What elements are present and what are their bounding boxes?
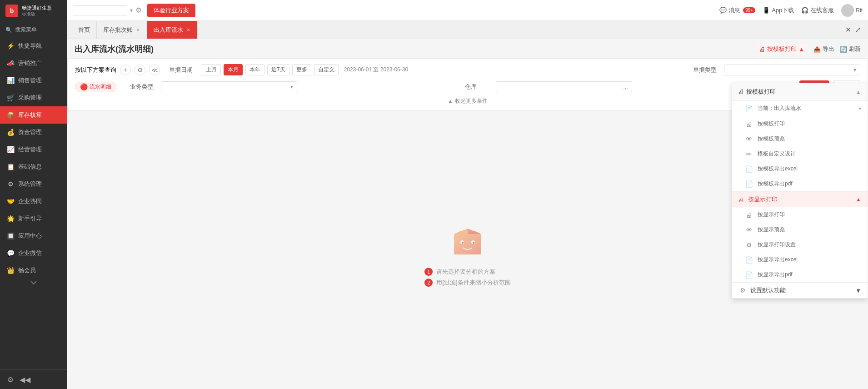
sidebar-item-enterprise-coop[interactable]: 🤝 企业协同 bbox=[0, 193, 67, 210]
template-preview-item[interactable]: 👁 按模板预览 bbox=[732, 131, 868, 146]
industry-btn[interactable]: 体验行业方案 bbox=[147, 4, 195, 17]
set-default-arrow: ▼ bbox=[855, 287, 861, 294]
panel-chevron-icon[interactable]: ▲ bbox=[855, 89, 861, 95]
current-template[interactable]: 📄 当前：出入库流水 ▾ bbox=[732, 101, 868, 116]
sidebar-scroll-down[interactable] bbox=[0, 279, 67, 286]
template-print-item[interactable]: 🖨 按模板打印 bbox=[732, 116, 868, 131]
current-template-label: 当前：出入库流水 bbox=[758, 105, 801, 112]
user-avatar-area[interactable]: Rit bbox=[841, 4, 863, 17]
date-btn-more[interactable]: 更多 bbox=[292, 64, 311, 75]
sidebar-item-operations[interactable]: 📈 经营管理 bbox=[0, 141, 67, 158]
empty-step-1: 1 请先选择要分析的方案 bbox=[424, 268, 510, 276]
tab-home-label: 首页 bbox=[78, 26, 90, 34]
refresh-label: 刷新 bbox=[849, 45, 861, 53]
current-template-icon: 📄 bbox=[745, 105, 753, 112]
empty-steps: 1 请先选择要分析的方案 2 用[过滤]条件来缩小分析范围 bbox=[424, 268, 510, 287]
display-print-settings-label: 按显示打印设置 bbox=[758, 241, 796, 249]
template-excel-label: 按模板导出excel bbox=[758, 165, 798, 173]
search-icon: 🔍 bbox=[5, 27, 12, 33]
sidebar-search[interactable]: 🔍 搜索菜单 bbox=[0, 22, 67, 37]
display-excel-item[interactable]: 📄 按显示导出excel bbox=[732, 252, 868, 267]
online-service-btn[interactable]: 🎧 在线客服 bbox=[801, 6, 834, 15]
sidebar-item-marketing[interactable]: 📣 营销推广 bbox=[0, 55, 67, 72]
sidebar-item-label: 库存核算 bbox=[18, 111, 42, 119]
warehouse-label: 仓库 bbox=[465, 83, 492, 91]
operations-icon: 📈 bbox=[6, 146, 15, 153]
settings-icon[interactable]: ⚙ bbox=[5, 374, 15, 384]
tab-inventory-batch-close[interactable]: × bbox=[135, 27, 140, 33]
sidebar-item-membership[interactable]: 👑 畅会员 bbox=[0, 262, 67, 279]
template-custom-item[interactable]: ✏ 模板自定义设计 bbox=[732, 146, 868, 161]
messages-btn[interactable]: 💬 消息 99+ bbox=[719, 6, 755, 15]
collapse-icon[interactable]: ◀◀ bbox=[20, 374, 30, 384]
finance-icon: 💰 bbox=[6, 129, 15, 136]
sidebar-item-system[interactable]: ⚙ 系统管理 bbox=[0, 175, 67, 193]
date-range-text: 2023-06-01 至 2023-06-30 bbox=[344, 66, 408, 74]
online-service-icon: 🎧 bbox=[801, 7, 808, 14]
template-excel-item[interactable]: 📄 按模板导出excel bbox=[732, 161, 868, 176]
sidebar-item-inventory[interactable]: 📦 库存核算 bbox=[0, 106, 67, 124]
refresh-btn[interactable]: 🔄 刷新 bbox=[840, 45, 861, 53]
message-badge: 99+ bbox=[743, 7, 755, 13]
sidebar-nav: ⚡ 快捷导航 📣 营销推广 📊 销售管理 🛒 采购管理 📦 库存核算 💰 资金管… bbox=[0, 37, 67, 369]
display-preview-item[interactable]: 👁 按显示预览 bbox=[732, 222, 868, 237]
display-preview-label: 按显示预览 bbox=[758, 226, 785, 234]
filter-tag[interactable]: 🔴 流水明细 bbox=[75, 82, 116, 92]
template-pdf-item[interactable]: 📄 按模板导出pdf bbox=[732, 176, 868, 191]
filter-add-btn[interactable]: ＋ bbox=[120, 65, 131, 75]
current-template-arrow: ▾ bbox=[858, 105, 861, 112]
export-btn[interactable]: 📤 导出 bbox=[813, 45, 834, 53]
template-excel-icon: 📄 bbox=[745, 165, 753, 173]
display-print-settings-icon: ⚙ bbox=[745, 241, 753, 249]
warehouse-select[interactable]: ... bbox=[496, 81, 632, 92]
app-download-label: App下载 bbox=[772, 6, 794, 15]
display-print-header-label: 按显示打印 bbox=[748, 195, 778, 204]
tab-bar-icons: ✕ ⤢ bbox=[845, 25, 863, 34]
tab-inout-flow[interactable]: 出入库流水 × bbox=[147, 21, 198, 39]
date-btn-7days[interactable]: 近7天 bbox=[267, 64, 289, 75]
tab-inventory-batch[interactable]: 库存批次账 × bbox=[97, 21, 147, 39]
logo-icon: b bbox=[5, 5, 18, 17]
filter-settings-btn[interactable]: ⚙ bbox=[135, 65, 145, 75]
settings-gear-icon[interactable]: ⚙ bbox=[135, 6, 142, 15]
template-print-label: 按模板打印 bbox=[758, 120, 785, 128]
step-1-text: 请先选择要分析的方案 bbox=[436, 268, 495, 276]
tab-home[interactable]: 首页 bbox=[72, 21, 97, 39]
sidebar-item-purchase[interactable]: 🛒 采购管理 bbox=[0, 89, 67, 106]
date-btn-custom[interactable]: 自定义 bbox=[314, 64, 339, 75]
print-template-btn[interactable]: 🖨 按模板打印 ▲ bbox=[756, 44, 808, 54]
biz-type-label: 业务类型 bbox=[130, 83, 157, 91]
warehouse-dropdown-icon: ... bbox=[623, 84, 628, 90]
sidebar-item-quick-nav[interactable]: ⚡ 快捷导航 bbox=[0, 37, 67, 55]
biz-type-select[interactable]: ▾ bbox=[161, 81, 297, 92]
date-label: 单据日期 bbox=[169, 66, 196, 74]
date-btn-this-month[interactable]: 本月 bbox=[224, 64, 243, 75]
date-btn-this-year[interactable]: 本年 bbox=[245, 64, 264, 75]
tab-inout-flow-close[interactable]: × bbox=[186, 27, 191, 33]
set-default-btn[interactable]: ⚙ 设置默认功能 ▼ bbox=[732, 283, 868, 298]
display-print-settings-item[interactable]: ⚙ 按显示打印设置 bbox=[732, 237, 868, 252]
sidebar-item-app-center[interactable]: 🔲 应用中心 bbox=[0, 227, 67, 244]
sidebar-item-finance[interactable]: 💰 资金管理 bbox=[0, 124, 67, 141]
display-print-item[interactable]: 🖨 按显示打印 bbox=[732, 207, 868, 222]
sidebar-item-newbie[interactable]: 🌟 新手引导 bbox=[0, 210, 67, 227]
display-print-header[interactable]: 🖨 按显示打印 ▲ bbox=[732, 192, 868, 207]
tab-close-panel-icon[interactable]: ✕ bbox=[845, 25, 851, 34]
brand-dropdown-icon[interactable]: ▾ bbox=[130, 7, 133, 14]
sidebar-item-basic-info[interactable]: 📋 基础信息 bbox=[0, 158, 67, 175]
date-btn-last-month[interactable]: 上月 bbox=[202, 64, 221, 75]
doc-type-select[interactable]: ▾ bbox=[724, 65, 860, 75]
sidebar: b 畅捷通好生意 标准版 🔍 搜索菜单 ⚡ 快捷导航 📣 营销推广 📊 销售管理… bbox=[0, 0, 67, 389]
app-download-btn[interactable]: 📱 App下载 bbox=[763, 6, 794, 15]
brand-input[interactable] bbox=[73, 5, 127, 15]
sidebar-item-sales[interactable]: 📊 销售管理 bbox=[0, 72, 67, 89]
filter-collapse-btn[interactable]: ≪ bbox=[149, 65, 160, 75]
brand-name: 畅捷通好生意 bbox=[22, 5, 52, 11]
tab-expand-icon[interactable]: ⤢ bbox=[855, 25, 861, 34]
sidebar-item-label: 采购管理 bbox=[18, 94, 42, 102]
search-label: 搜索菜单 bbox=[15, 26, 37, 34]
sidebar-item-label: 资金管理 bbox=[18, 128, 42, 136]
sidebar-item-label: 快捷导航 bbox=[18, 42, 42, 50]
sidebar-item-enterprise-wechat[interactable]: 💬 企业微信 bbox=[0, 244, 67, 262]
display-pdf-item[interactable]: 📄 按显示导出pdf bbox=[732, 267, 868, 282]
